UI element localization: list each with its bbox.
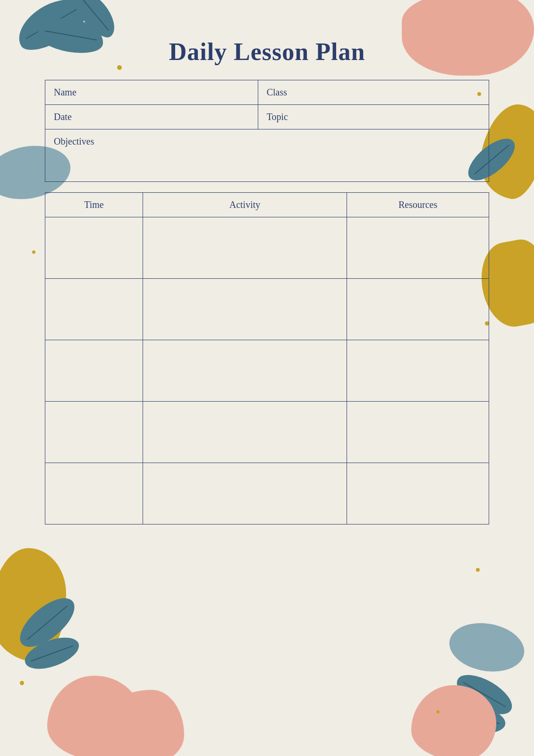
table-body — [45, 217, 489, 524]
topic-field: Topic — [258, 105, 489, 129]
page-content: Daily Lesson Plan Name Class Date Topic … — [45, 38, 489, 718]
resources-header: Resources — [347, 193, 489, 217]
name-class-row: Name Class — [45, 80, 489, 105]
activity-cell — [143, 279, 347, 340]
resources-cell — [347, 340, 489, 402]
table-row — [45, 402, 489, 463]
activity-header: Activity — [143, 193, 347, 217]
activity-cell — [143, 463, 347, 524]
form-section: Name Class Date Topic Objectives — [45, 80, 489, 182]
time-cell — [45, 463, 143, 524]
objectives-row: Objectives — [45, 129, 489, 181]
time-cell — [45, 279, 143, 340]
resources-cell — [347, 402, 489, 463]
activity-cell — [143, 340, 347, 402]
dot-decoration — [32, 250, 35, 254]
page-title: Daily Lesson Plan — [45, 38, 489, 66]
table-row — [45, 217, 489, 279]
resources-cell — [347, 463, 489, 524]
dot-decoration — [20, 681, 24, 685]
leaf-decoration — [66, 0, 122, 43]
resources-cell — [347, 217, 489, 279]
objectives-field: Objectives — [45, 129, 489, 181]
resources-cell — [347, 279, 489, 340]
table-row — [45, 279, 489, 340]
name-field: Name — [45, 80, 258, 104]
table-row — [45, 463, 489, 524]
date-field: Date — [45, 105, 258, 129]
class-field: Class — [258, 80, 489, 104]
time-cell — [45, 217, 143, 279]
time-header: Time — [45, 193, 143, 217]
table-header-row: Time Activity Resources — [45, 193, 489, 217]
activity-cell — [143, 402, 347, 463]
activity-table: Time Activity Resources — [45, 192, 489, 524]
table-row — [45, 340, 489, 402]
activity-cell — [143, 217, 347, 279]
time-cell — [45, 340, 143, 402]
dot-decoration — [34, 606, 37, 610]
time-cell — [45, 402, 143, 463]
date-topic-row: Date Topic — [45, 105, 489, 129]
